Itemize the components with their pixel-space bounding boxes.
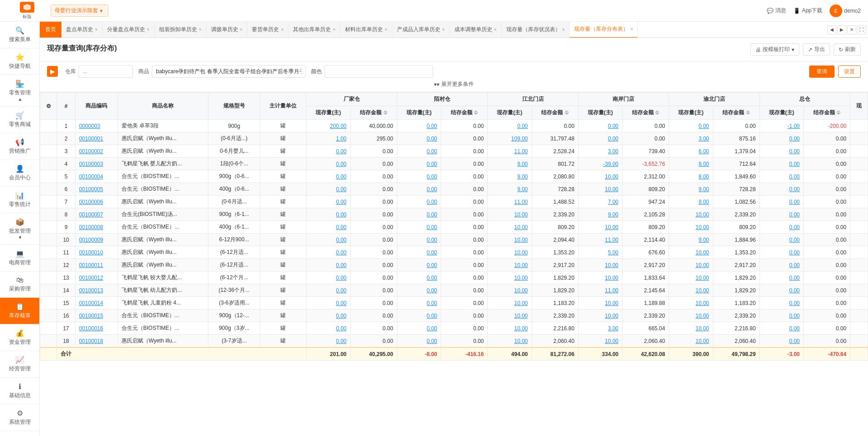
info-icon[interactable]: ①	[655, 110, 659, 115]
info-icon[interactable]: ①	[383, 110, 387, 115]
tab-label: 现存量（库存状况表）	[506, 26, 561, 33]
tab-portion-check[interactable]: 分量盘点单历史 ×	[103, 22, 155, 38]
close-icon[interactable]: ×	[494, 27, 497, 32]
goods-input[interactable]	[152, 65, 306, 78]
table-row: 16 00100015 合生元（BIOSTIME）... 900g（12-...…	[40, 309, 868, 322]
app-download-btn[interactable]: 📱 App下载	[793, 7, 822, 14]
tab-inventory-check[interactable]: 盘点单历史 ×	[61, 22, 103, 38]
tab-prev-btn[interactable]: ◀	[827, 25, 836, 34]
info-icon[interactable]: ①	[836, 110, 840, 115]
td-w4-amt: 809.20	[623, 183, 669, 196]
td-w5-qty: 10.00	[669, 246, 713, 259]
code-link[interactable]: 00100016	[79, 325, 103, 332]
td-settings	[40, 132, 57, 145]
th-settings[interactable]: ⚙	[40, 93, 57, 120]
code-link[interactable]: 00100018	[79, 338, 103, 344]
tab-stock-dist[interactable]: 现存量（库存分布表） ×	[570, 22, 638, 38]
code-link[interactable]: 00100015	[79, 313, 103, 319]
search-btn[interactable]: 查询	[809, 66, 835, 78]
sidebar-item-inventory[interactable]: 📋 库存核算	[0, 298, 39, 324]
td-w4-qty: 7.00	[578, 196, 622, 208]
sidebar-item-finance[interactable]: 💰 资金管理	[0, 324, 39, 351]
td-w1-qty: 0.00	[307, 183, 350, 196]
td-spec: (12-36个月...	[208, 284, 260, 297]
message-btn[interactable]: 💬 消息	[767, 7, 786, 14]
close-icon[interactable]: ×	[199, 27, 202, 32]
tab-product-in[interactable]: 产成品入库单历史 ×	[392, 22, 450, 38]
close-icon[interactable]: ×	[442, 27, 445, 32]
user-btn[interactable]: E demo2	[830, 5, 861, 17]
tab-cost-adjust[interactable]: 成本调整单历史 ×	[450, 22, 502, 38]
color-input[interactable]	[325, 65, 433, 78]
close-icon[interactable]: ×	[630, 27, 633, 32]
setting-btn[interactable]: 设置	[838, 66, 861, 78]
td-w1-qty: 0.00	[307, 234, 350, 246]
nav-selector[interactable]: 母婴行业演示陈套 ▾	[51, 5, 108, 17]
table-wrap[interactable]: ⚙ # 商品编码 商品名称 规格型号 主计量单位 厂家仓 陌村仓 江北门店 南岸…	[40, 92, 868, 436]
expand-arrow[interactable]: ▶	[47, 66, 58, 77]
export-btn[interactable]: ↗ 导出	[803, 43, 830, 56]
close-icon[interactable]: ×	[240, 27, 243, 32]
tab-demand[interactable]: 要货单历史 ×	[247, 22, 288, 38]
code-link[interactable]: 00100009	[79, 237, 103, 243]
sidebar-item-purchase[interactable]: 🛍 采购管理	[0, 272, 39, 298]
sidebar-item-ecom[interactable]: 💻 电商管理	[0, 245, 39, 272]
th-total-wh: 总仓	[760, 93, 850, 106]
td-w3-amt: 1,353.20	[532, 246, 578, 259]
print-btn[interactable]: 🖨 按模板打印 ▾	[750, 43, 799, 56]
code-link[interactable]: 00100001	[79, 136, 103, 142]
warehouse-input[interactable]	[79, 65, 133, 78]
close-icon[interactable]: ×	[333, 27, 335, 32]
sidebar-item-collab[interactable]: 🤝 企业协同	[0, 431, 39, 436]
code-link[interactable]: 00100011	[79, 262, 103, 268]
refresh-btn[interactable]: ↻ 刷新	[834, 43, 861, 56]
sidebar-item-sys[interactable]: ⚙ 系统管理	[0, 404, 39, 431]
sidebar-item-wholesale[interactable]: 📦 批发管理 ▼	[0, 213, 39, 245]
sidebar-item-mall[interactable]: 🛒 零售商城	[0, 107, 39, 133]
sidebar-item-search[interactable]: 🔍 搜索英单	[0, 22, 39, 48]
code-link[interactable]: 00100004	[79, 173, 103, 180]
close-icon[interactable]: ×	[95, 27, 98, 32]
tab-transfer[interactable]: 调拨单历史 ×	[207, 22, 248, 38]
code-link[interactable]: 00100007	[79, 211, 103, 218]
tab-stock-status[interactable]: 现存量（库存状况表） ×	[502, 22, 570, 38]
sidebar-item-stats[interactable]: 📊 零售统计	[0, 187, 39, 213]
code-link[interactable]: 00100008	[79, 224, 103, 230]
code-link[interactable]: 00100013	[79, 287, 103, 294]
td-settings	[40, 158, 57, 170]
info-icon[interactable]: ①	[474, 110, 478, 115]
code-link[interactable]: 00100012	[79, 275, 103, 281]
close-icon[interactable]: ×	[562, 27, 565, 32]
code-link[interactable]: 00100005	[79, 186, 103, 192]
tab-home[interactable]: 首页	[40, 22, 61, 38]
sidebar-item-biz[interactable]: 📈 经营管理	[0, 351, 39, 378]
td-w4-qty: 10.00	[578, 183, 622, 196]
info-icon[interactable]: ①	[746, 110, 750, 115]
sidebar-item-nav[interactable]: ⭐ 快捷导航	[0, 48, 39, 75]
sidebar-item-member[interactable]: 👤 会员中心	[0, 160, 39, 187]
code-link[interactable]: 00100014	[79, 300, 103, 306]
code-link[interactable]: 00100006	[79, 199, 103, 205]
tab-other-out[interactable]: 其他出库单历史 ×	[288, 22, 340, 38]
td-w1-qty: 200.00	[307, 120, 350, 132]
code-link[interactable]: 00100010	[79, 249, 103, 256]
expand-conditions-btn[interactable]: ▾▾ 展开更多条件	[434, 80, 474, 88]
tab-material-out[interactable]: 材料出库单历史 ×	[340, 22, 392, 38]
close-icon[interactable]: ×	[147, 27, 150, 32]
td-unit: 罐	[260, 297, 307, 309]
sidebar-item-retail[interactable]: 🏪 零售管理 ▲	[0, 75, 39, 107]
code-link[interactable]: 00100003	[79, 161, 103, 167]
info-icon[interactable]: ①	[565, 110, 569, 115]
code-link[interactable]: 0000003	[79, 123, 100, 129]
tab-assembly[interactable]: 组装拆卸单历史 ×	[155, 22, 207, 38]
close-icon[interactable]: ×	[385, 27, 387, 32]
tab-expand-btn[interactable]: ⛶	[857, 25, 866, 34]
close-icon[interactable]: ×	[281, 27, 283, 32]
sidebar-item-base[interactable]: ℹ 基础信息	[0, 378, 39, 404]
td-name: 惠氏启赋（Wyeth illu...	[118, 196, 208, 208]
tab-label: 成本调整单历史	[454, 26, 492, 33]
tab-next-btn[interactable]: ▶	[837, 25, 846, 34]
sidebar-item-marketing[interactable]: 📢 营销推广	[0, 133, 39, 160]
tab-close-btn[interactable]: ✕	[847, 25, 856, 34]
code-link[interactable]: 00100002	[79, 148, 103, 155]
